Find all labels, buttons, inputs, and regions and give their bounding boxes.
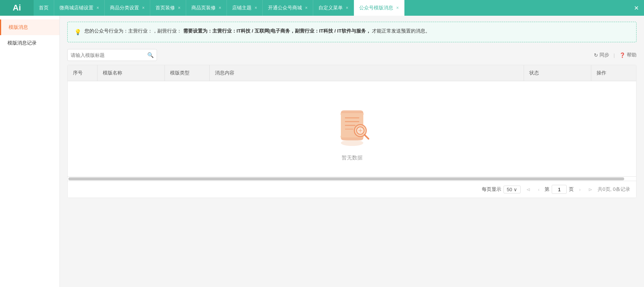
data-table: 序号模版名称模版类型消息内容状态操作 <box>67 65 637 198</box>
nav-tab[interactable]: 首页 <box>34 0 54 16</box>
table-column-header: 操作 <box>591 65 636 81</box>
nav-tab[interactable]: 公众号模版消息× <box>354 0 404 16</box>
empty-illustration <box>330 104 375 149</box>
nav-tab-label: 公众号模版消息 <box>359 4 393 11</box>
next-page-button[interactable]: › <box>575 185 584 194</box>
table-column-header: 模版名称 <box>98 65 165 81</box>
svg-line-7 <box>364 135 369 139</box>
page-size-selector: 每页显示 50 ∨ <box>482 186 521 193</box>
close-all-button[interactable]: ✕ <box>628 0 644 16</box>
last-page-button[interactable]: ⊳ <box>586 185 595 194</box>
main-layout: 模版消息模版消息记录 💡 您的公众号行业为：主营行业：，副营行业： 需要设置为：… <box>0 16 644 287</box>
tab-close-icon[interactable]: × <box>305 5 308 10</box>
toolbar-right: ↻ 同步 | ❓ 帮助 <box>594 52 637 58</box>
empty-text: 暂无数据 <box>342 155 363 161</box>
app-logo: Ai <box>0 0 34 16</box>
sidebar-item[interactable]: 模版消息 <box>0 19 59 35</box>
empty-state: 暂无数据 <box>68 81 636 176</box>
page-size-select-box[interactable]: 50 ∨ <box>503 186 521 193</box>
sync-button[interactable]: ↻ 同步 <box>594 52 609 58</box>
first-page-button[interactable]: ⊲ <box>524 185 533 194</box>
chevron-down-icon: ∨ <box>514 187 517 192</box>
help-icon: ❓ <box>619 52 625 58</box>
horizontal-scrollbar[interactable] <box>68 176 636 181</box>
pagination: 每页显示 50 ∨ ⊲ ‹ 第 页 › ⊳ <box>68 181 636 198</box>
page-input-group: 第 页 <box>545 185 574 194</box>
toolbar-divider: | <box>614 52 615 58</box>
total-info: 共0页, 0条记录 <box>598 186 630 193</box>
nav-tab-label: 店铺主题 <box>232 4 252 11</box>
scrollbar-thumb[interactable] <box>68 177 624 180</box>
tab-close-icon[interactable]: × <box>219 5 221 10</box>
nav-tab-label: 自定义菜单 <box>318 4 343 11</box>
nav-tab-label: 首页装修 <box>155 4 175 11</box>
sidebar-item[interactable]: 模版消息记录 <box>0 35 59 51</box>
nav-tab[interactable]: 自定义菜单× <box>313 0 354 16</box>
toolbar: 🔍 ↻ 同步 | ❓ 帮助 <box>67 49 637 61</box>
nav-tab[interactable]: 开通公众号商城× <box>263 0 313 16</box>
sync-icon: ↻ <box>594 52 598 58</box>
page-navigation: ⊲ ‹ 第 页 › ⊳ <box>524 185 595 194</box>
content-area: 💡 您的公众号行业为：主营行业：，副营行业： 需要设置为：主营行业：IT科技 /… <box>60 16 644 287</box>
notice-box: 💡 您的公众号行业为：主营行业：，副营行业： 需要设置为：主营行业：IT科技 /… <box>67 22 637 42</box>
nav-tab-label: 商品分类设置 <box>110 4 139 11</box>
help-button[interactable]: ❓ 帮助 <box>619 52 637 58</box>
table-column-header: 序号 <box>68 65 98 81</box>
tab-close-icon[interactable]: × <box>96 5 99 10</box>
tab-close-icon[interactable]: × <box>255 5 257 10</box>
nav-tab-label: 微商城店铺设置 <box>59 4 93 11</box>
sidebar: 模版消息模版消息记录 <box>0 16 60 287</box>
top-nav-bar: Ai 首页微商城店铺设置×商品分类设置×首页装修×商品页装修×店铺主题×开通公众… <box>0 0 644 16</box>
nav-tab-label: 开通公众号商城 <box>268 4 302 11</box>
nav-tab[interactable]: 首页装修× <box>150 0 186 16</box>
tab-close-icon[interactable]: × <box>396 5 399 10</box>
nav-tabs-container: 首页微商城店铺设置×商品分类设置×首页装修×商品页装修×店铺主题×开通公众号商城… <box>34 0 628 16</box>
tab-close-icon[interactable]: × <box>346 5 348 10</box>
page-number-input[interactable] <box>552 185 567 194</box>
notice-icon: 💡 <box>74 28 81 37</box>
search-box: 🔍 <box>67 49 157 61</box>
nav-tab[interactable]: 店铺主题× <box>227 0 263 16</box>
search-input[interactable] <box>71 52 147 58</box>
table-header: 序号模版名称模版类型消息内容状态操作 <box>68 65 636 81</box>
prev-page-button[interactable]: ‹ <box>534 185 543 194</box>
table-column-header: 模版类型 <box>165 65 210 81</box>
table-column-header: 消息内容 <box>210 65 524 81</box>
search-icon[interactable]: 🔍 <box>147 52 154 58</box>
svg-point-0 <box>341 140 363 146</box>
notice-text: 您的公众号行业为：主营行业：，副营行业： 需要设置为：主营行业：IT科技 / 互… <box>84 27 430 35</box>
tab-close-icon[interactable]: × <box>142 5 145 10</box>
tab-close-icon[interactable]: × <box>178 5 181 10</box>
nav-tab[interactable]: 商品分类设置× <box>105 0 150 16</box>
nav-tab-label: 首页 <box>39 4 49 11</box>
table-column-header: 状态 <box>524 65 591 81</box>
nav-tab[interactable]: 微商城店铺设置× <box>54 0 105 16</box>
nav-tab[interactable]: 商品页装修× <box>186 0 227 16</box>
nav-tab-label: 商品页装修 <box>191 4 216 11</box>
